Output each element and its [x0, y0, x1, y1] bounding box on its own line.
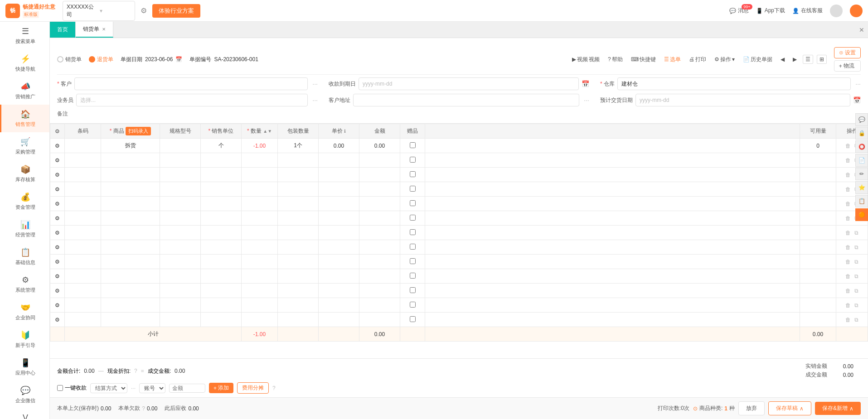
delete-icon[interactable]: 🗑 — [845, 273, 851, 279]
sidebar-item-search-order[interactable]: ☰ 搜索菜单 — [0, 22, 49, 49]
copy-icon[interactable]: ⧉ — [854, 230, 858, 236]
settings-btn[interactable]: ⊙ 设置 — [834, 47, 861, 58]
row-spec[interactable] — [160, 313, 201, 327]
row-remarks[interactable] — [425, 226, 800, 240]
discount-help-icon[interactable]: ? — [134, 368, 137, 374]
row-unit[interactable]: 个 — [201, 139, 242, 153]
sidebar-item-inventory[interactable]: 📦 库存核算 — [0, 160, 49, 188]
row-goods[interactable] — [101, 298, 160, 313]
delete-icon[interactable]: 🗑 — [845, 259, 851, 265]
addr-dots-btn[interactable]: ··· — [584, 96, 589, 104]
gift-checkbox[interactable] — [410, 215, 416, 221]
row-price[interactable] — [319, 298, 359, 313]
row-amount[interactable] — [359, 211, 400, 226]
gift-checkbox[interactable] — [410, 200, 416, 206]
print-btn[interactable]: 🖨 打印 — [687, 55, 708, 64]
row-amount[interactable] — [359, 298, 400, 313]
row-gift[interactable] — [400, 313, 425, 327]
sidebar-item-finance[interactable]: 💰 资金管理 — [0, 188, 49, 215]
row-amount[interactable] — [359, 284, 400, 298]
sidebar-item-quick-nav[interactable]: ⚡ 快捷导航 — [0, 49, 49, 77]
avatar2[interactable] — [850, 5, 863, 17]
delete-icon[interactable]: 🗑 — [845, 317, 851, 323]
tab-home[interactable]: 首页 — [50, 22, 76, 38]
row-unit[interactable] — [201, 226, 242, 240]
row-price[interactable] — [319, 269, 359, 284]
row-spec[interactable] — [160, 211, 201, 226]
sidebar-item-members[interactable]: V 畅会员 — [0, 409, 49, 419]
copy-icon[interactable]: ⧉ — [854, 317, 858, 323]
row-barcode[interactable] — [65, 269, 101, 284]
row-qty[interactable] — [242, 168, 278, 182]
calendar-delivery-icon[interactable]: 📅 — [853, 96, 861, 104]
row-qty[interactable] — [242, 284, 278, 298]
customer-addr-input[interactable] — [353, 94, 579, 106]
th-gear[interactable]: ⚙ — [50, 124, 65, 139]
row-barcode[interactable] — [65, 211, 101, 226]
row-unit[interactable] — [201, 298, 242, 313]
row-price[interactable] — [319, 226, 359, 240]
gift-checkbox[interactable] — [410, 157, 416, 163]
row-unit[interactable] — [201, 211, 242, 226]
row-unit[interactable] — [201, 313, 242, 327]
row-unit[interactable] — [201, 255, 242, 269]
gift-checkbox[interactable] — [410, 273, 416, 279]
gift-checkbox[interactable] — [410, 316, 416, 322]
row-price[interactable] — [319, 240, 359, 255]
row-amount[interactable] — [359, 226, 400, 240]
copy-icon[interactable]: ⧉ — [854, 244, 858, 250]
row-qty[interactable] — [242, 197, 278, 211]
row-barcode[interactable] — [65, 255, 101, 269]
row-goods[interactable] — [101, 269, 160, 284]
row-gift[interactable] — [400, 211, 425, 226]
delete-icon[interactable]: 🗑 — [845, 172, 851, 178]
row-price[interactable] — [319, 197, 359, 211]
select-order-btn[interactable]: ☰ 选单 — [662, 55, 683, 64]
row-pkg-qty[interactable] — [278, 284, 319, 298]
rab-edit-btn[interactable]: ✏ — [855, 168, 868, 180]
row-pkg-qty[interactable] — [278, 182, 319, 197]
row-barcode[interactable] — [65, 313, 101, 327]
row-pkg-qty[interactable] — [278, 211, 319, 226]
row-pkg-qty[interactable] — [278, 197, 319, 211]
row-barcode[interactable] — [65, 298, 101, 313]
row-gear[interactable]: ⚙ — [50, 240, 65, 255]
company-selector[interactable]: XXXXXX公司 ▾ — [63, 1, 135, 21]
footer-help-icon[interactable]: ? — [272, 385, 276, 391]
row-amount[interactable] — [359, 153, 400, 168]
amount-input[interactable] — [169, 384, 205, 393]
row-remarks[interactable] — [425, 284, 800, 298]
row-amount[interactable] — [359, 313, 400, 327]
row-remarks[interactable] — [425, 269, 800, 284]
row-amount[interactable] — [359, 182, 400, 197]
row-pkg-qty[interactable] — [278, 255, 319, 269]
logistics-btn[interactable]: + 物流 — [834, 60, 861, 72]
app-download-btn[interactable]: 📱 App下载 — [756, 7, 785, 14]
row-barcode[interactable] — [65, 284, 101, 298]
sidebar-item-system[interactable]: ⚙ 系统管理 — [0, 270, 49, 298]
expense-split-btn[interactable]: 费用分摊 — [237, 382, 269, 394]
payment-method-select[interactable]: 结算方式 — [90, 383, 127, 393]
message-btn[interactable]: 💬 消息 99+ — [729, 7, 749, 14]
row-unit[interactable] — [201, 269, 242, 284]
gift-checkbox[interactable] — [410, 258, 416, 264]
row-qty[interactable] — [242, 153, 278, 168]
radio-return-order[interactable]: 退货单 — [89, 56, 113, 63]
sidebar-item-marketing[interactable]: 📣 营销推广 — [0, 77, 49, 105]
row-remarks[interactable] — [425, 153, 800, 168]
save-draft-btn[interactable]: 保存草稿 ∧ — [768, 401, 811, 415]
row-spec[interactable] — [160, 153, 201, 168]
row-gear[interactable]: ⚙ — [50, 226, 65, 240]
row-gear[interactable]: ⚙ — [50, 211, 65, 226]
row-qty[interactable] — [242, 240, 278, 255]
row-price[interactable] — [319, 284, 359, 298]
row-spec[interactable] — [160, 269, 201, 284]
sidebar-item-sales[interactable]: 🏠 销售管理 — [0, 105, 49, 132]
row-gift[interactable] — [400, 298, 425, 313]
gift-checkbox[interactable] — [410, 142, 416, 148]
row-spec[interactable] — [160, 226, 201, 240]
row-barcode[interactable] — [65, 182, 101, 197]
delivery-date-input[interactable]: yyyy-mm-dd — [635, 94, 850, 106]
one-click-pay-check[interactable] — [57, 385, 63, 391]
row-price[interactable] — [319, 168, 359, 182]
